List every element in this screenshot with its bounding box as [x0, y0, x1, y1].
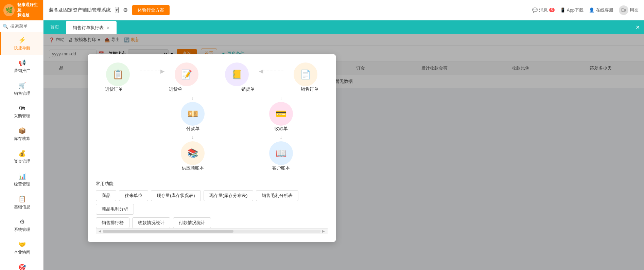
flow-node-payment: 💴 [171, 102, 215, 126]
sales-icon: 🛒 [18, 82, 26, 89]
label-purchase-bill: 进货单 [157, 86, 194, 92]
sales-order-col: 📄 [283, 62, 328, 86]
tab-home[interactable]: 首页 [43, 20, 66, 34]
beginner-icon: 🎯 [18, 264, 26, 270]
sidebar-item-system[interactable]: ⚙ 系统管理 [0, 214, 43, 237]
label-sales-order: 销售订单 [291, 86, 328, 92]
top-bar: 装备及固定资产辅助管理系统 ▾ ⚙ 体验行业方案 💬 消息 5 📱 App下载 [43, 0, 644, 20]
sidebar: 🌿 畅康通好生意 标准版 🔍 搜索菜单 ⚡ 快捷导航 📢 营销推广 🛒 销售管理 [0, 0, 43, 270]
sidebar-item-quick-nav[interactable]: ⚡ 快捷导航 [0, 32, 43, 55]
basic-info-icon: 📋 [18, 195, 26, 203]
label-payment: 付款单 [171, 126, 215, 132]
message-group[interactable]: 💬 消息 5 [532, 7, 555, 13]
top-bar-right: 💬 消息 5 📱 App下载 👤 在线客服 Ea 用友 [532, 5, 639, 15]
flow-node-customer-ledger: 📖 [259, 141, 303, 165]
purchase-order-circle[interactable]: 📋 [106, 62, 130, 86]
func-btn-product-margin[interactable]: 商品毛利分析 [96, 204, 134, 215]
func-btn-product[interactable]: 商品 [96, 190, 116, 201]
system-icon: ⚙ [19, 218, 25, 226]
service-icon: 👤 [589, 7, 594, 13]
online-service-group[interactable]: 👤 在线客服 [589, 7, 613, 13]
label-receipt: 收款单 [259, 126, 303, 132]
sidebar-item-basic-info[interactable]: 📋 基础信息 [0, 191, 43, 214]
label-supplier-ledger: 供应商账本 [171, 165, 215, 171]
func-btn-partner[interactable]: 往来单位 [119, 190, 148, 201]
inventory-icon: 📦 [18, 127, 26, 134]
tab-close-button[interactable]: ✕ [106, 25, 110, 30]
flow-node-sales-order: 📄 [283, 62, 328, 86]
scroll-track[interactable] [103, 230, 321, 233]
label-sales-bill: 销货单 [230, 86, 266, 92]
app-download-group[interactable]: 📱 App下载 [560, 7, 584, 13]
sidebar-nav: ⚡ 快捷导航 📢 营销推广 🛒 销售管理 🛍 采购管理 📦 库存核算 💰 [0, 32, 43, 270]
tab-bar: 首页 销售订单执行表 ✕ ✕ [43, 20, 644, 34]
enterprise-icon: 🤝 [18, 241, 26, 248]
content-area: ❓ 帮助 🖨 按模板打印 ▾ 📤 导出 🔄 刷新 [43, 34, 644, 270]
supplier-ledger-circle[interactable]: 📚 [181, 141, 205, 165]
scroll-thumb [103, 230, 233, 233]
sidebar-logo: 🌿 畅康通好生意 标准版 [0, 0, 43, 20]
scroll-bar[interactable]: ◀ ▶ [96, 228, 328, 234]
scroll-right-arrow[interactable]: ▶ [321, 229, 326, 233]
settings-button[interactable]: ⚙ [121, 5, 130, 15]
system-dropdown[interactable]: ▾ [115, 7, 119, 13]
main-area: 装备及固定资产辅助管理系统 ▾ ⚙ 体验行业方案 💬 消息 5 📱 App下载 [43, 0, 644, 270]
flow-diagram: 📋 ▶ [96, 62, 328, 174]
sidebar-item-marketing[interactable]: 📢 营销推广 [0, 55, 43, 78]
tab-sales-exec[interactable]: 销售订单执行表 ✕ [66, 21, 117, 35]
finance-icon: 💰 [18, 150, 26, 157]
operations-icon: 📊 [18, 173, 26, 180]
receipt-circle[interactable]: 💳 [269, 102, 293, 126]
flow-node-purchase-bill: 📝 [164, 62, 209, 86]
func-btn-stock-dist[interactable]: 现存量(库存分布表) [204, 190, 254, 201]
sidebar-item-enterprise[interactable]: 🤝 企业协同 [0, 237, 43, 259]
sales-bill-col: 📒 [215, 62, 259, 86]
quick-nav-icon: ⚡ [18, 36, 26, 44]
purchase-bill-col: 📝 [164, 62, 209, 86]
common-functions: 常用功能 商品 往来单位 现存量(库存状况表) 现存量(库存分布表) 销售毛利分… [96, 181, 328, 228]
purchase-bill-circle[interactable]: 📝 [175, 62, 198, 86]
top-bar-actions: ▾ ⚙ 体验行业方案 [115, 5, 170, 15]
system-title: 装备及固定资产辅助管理系统 [49, 7, 111, 13]
logo-text: 畅康通好生意 标准版 [17, 2, 40, 18]
avatar: Ea [619, 5, 628, 15]
func-btn-receipt-stats[interactable]: 收款情况统计 [132, 217, 170, 228]
modal-overlay[interactable]: 📋 ▶ [43, 34, 644, 270]
flow-node-supplier-ledger: 📚 [171, 141, 215, 165]
message-icon: 💬 [532, 7, 538, 13]
sidebar-item-sales[interactable]: 🛒 销售管理 [0, 78, 43, 101]
func-buttons-row2: 销售排行榜 收款情况统计 付款情况统计 [96, 217, 328, 228]
flow-card: 📋 ▶ [88, 54, 336, 242]
func-btn-sales-rank[interactable]: 销售排行榜 [96, 217, 129, 228]
common-funcs-title: 常用功能 [96, 181, 328, 187]
scroll-left-arrow[interactable]: ◀ [97, 229, 103, 233]
flow-node-purchase-order: 📋 [96, 62, 140, 86]
message-badge: 5 [549, 8, 555, 12]
label-customer-ledger: 客户账本 [259, 165, 303, 171]
download-icon: 📱 [560, 7, 565, 13]
experience-button[interactable]: 体验行业方案 [132, 5, 170, 15]
tab-bar-close-button[interactable]: ✕ [636, 24, 640, 31]
sidebar-item-beginner[interactable]: 🎯 新手引导 [0, 259, 43, 270]
flow-node-sales-bill: 📒 [215, 62, 259, 86]
sidebar-item-inventory[interactable]: 📦 库存核算 [0, 123, 43, 146]
label-purchase-order: 进货订单 [96, 86, 132, 92]
sidebar-item-purchase[interactable]: 🛍 采购管理 [0, 101, 43, 123]
func-btn-sales-margin[interactable]: 销售毛利分析表 [256, 190, 298, 201]
purchase-order-col: 📋 [96, 62, 140, 86]
user-group[interactable]: Ea 用友 [619, 5, 639, 15]
search-menu-item[interactable]: 🔍 搜索菜单 [0, 20, 43, 32]
payment-circle[interactable]: 💴 [181, 102, 205, 126]
func-btn-payment-stats[interactable]: 付款情况统计 [173, 217, 211, 228]
customer-ledger-circle[interactable]: 📖 [269, 141, 293, 165]
func-btn-stock-status[interactable]: 现存量(库存状况表) [151, 190, 201, 201]
marketing-icon: 📢 [18, 59, 26, 67]
func-buttons-row1: 商品 往来单位 现存量(库存状况表) 现存量(库存分布表) 销售毛利分析表 商品… [96, 190, 328, 215]
sales-order-circle[interactable]: 📄 [294, 62, 317, 86]
flow-node-receipt: 💳 [259, 102, 303, 126]
purchase-icon: 🛍 [19, 105, 25, 112]
sales-bill-circle[interactable]: 📒 [225, 62, 249, 86]
sidebar-item-finance[interactable]: 💰 资金管理 [0, 146, 43, 168]
sidebar-item-operations[interactable]: 📊 经营管理 [0, 168, 43, 191]
search-icon: 🔍 [3, 24, 8, 29]
